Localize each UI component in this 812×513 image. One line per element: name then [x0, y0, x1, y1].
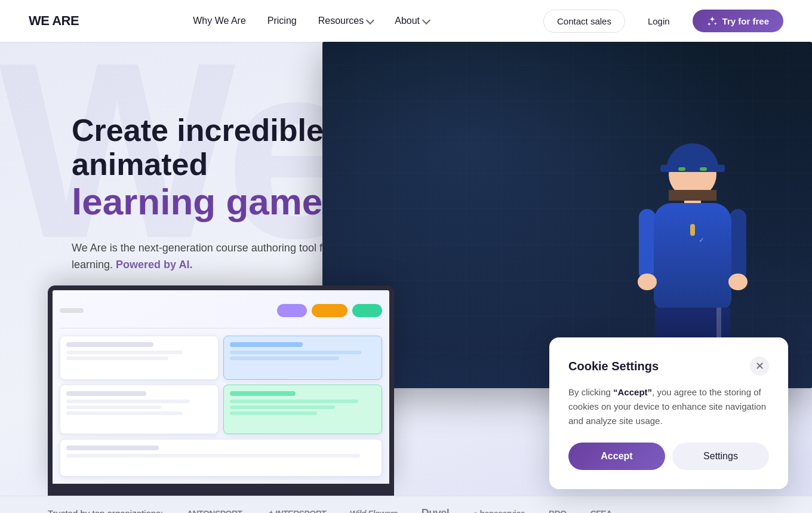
- hero-game-screen: ✓: [322, 42, 812, 388]
- course-authoring-ui: [53, 290, 389, 484]
- cookie-actions: Accept Settings: [568, 443, 769, 470]
- cookie-header: Cookie Settings ✕: [568, 357, 769, 376]
- nav-item-why-we-are[interactable]: Why We Are: [193, 16, 246, 26]
- logo-baneservice: ● baneservice: [473, 509, 525, 514]
- logo-bdo: BDO: [549, 509, 567, 514]
- cookie-settings-button[interactable]: Settings: [672, 443, 769, 470]
- flow-card-2: [223, 336, 382, 379]
- game-scene: ✓: [322, 42, 812, 388]
- nav-item-resources[interactable]: Resources: [318, 16, 373, 26]
- logo[interactable]: WE ARE: [29, 13, 79, 29]
- nav-actions: Contact sales Login Try for free: [543, 10, 783, 33]
- flow-card-3: [60, 385, 219, 434]
- nav-item-pricing[interactable]: Pricing: [267, 16, 297, 26]
- trusted-bar: Trusted by top organizations: ANTONSPORT…: [0, 496, 812, 513]
- logo-intersport: ✦ INTERSPORT: [266, 509, 326, 514]
- logo-wildflowers: Wild Flowers: [350, 509, 398, 514]
- game-background: ✓: [322, 42, 812, 388]
- cookie-title: Cookie Settings: [568, 360, 659, 373]
- logo-duvel: Duvel: [422, 507, 450, 513]
- cookie-accept-button[interactable]: Accept: [568, 443, 665, 470]
- cookie-banner: Cookie Settings ✕ By clicking “Accept”, …: [549, 337, 788, 489]
- login-button[interactable]: Login: [635, 10, 683, 32]
- flow-card-1: [60, 336, 219, 379]
- cookie-body: By clicking “Accept”, you agree to the s…: [568, 385, 769, 428]
- contact-sales-button[interactable]: Contact sales: [543, 10, 625, 33]
- laptop-mockup: [48, 285, 394, 496]
- cookie-close-button[interactable]: ✕: [750, 357, 769, 376]
- navigation: WE ARE Why We Are Pricing Resources Abou…: [0, 0, 812, 42]
- about-dropdown-icon: [422, 16, 430, 24]
- laptop-screen: [48, 285, 394, 489]
- sparkle-icon: [707, 16, 718, 26]
- laptop-base: [48, 489, 394, 496]
- logo-cfea: CFEA: [590, 509, 612, 514]
- trusted-label: Trusted by top organizations:: [48, 508, 163, 513]
- flow-card-4: [223, 385, 382, 434]
- resources-dropdown-icon: [366, 16, 374, 24]
- trusted-logos: ANTONSPORT ✦ INTERSPORT Wild Flowers Duv…: [187, 507, 612, 513]
- nav-links: Why We Are Pricing Resources About: [193, 16, 429, 26]
- nav-item-about[interactable]: About: [395, 16, 429, 26]
- try-free-nav-button[interactable]: Try for free: [693, 10, 783, 32]
- flow-card-5: [60, 439, 382, 477]
- logo-antonsport: ANTONSPORT: [187, 509, 242, 514]
